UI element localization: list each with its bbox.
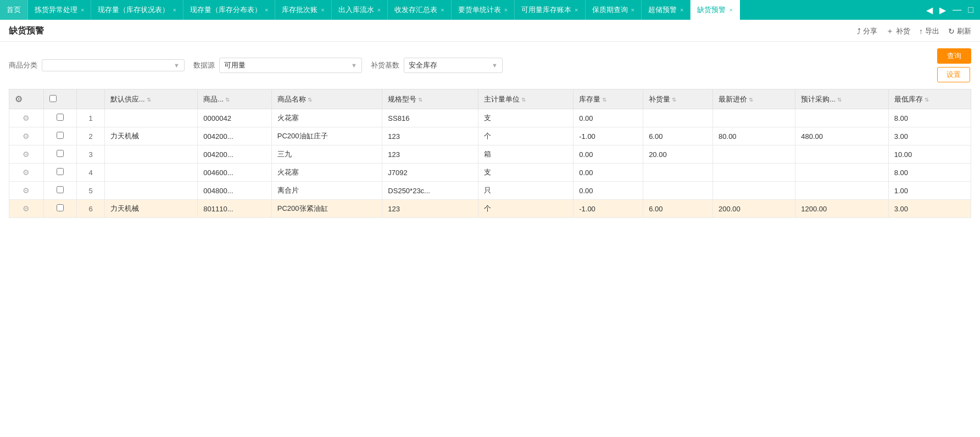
col-label-stock_qty: 库存量: [579, 95, 600, 103]
nav-minimize-icon[interactable]: —: [950, 4, 964, 16]
nav-item-label-inventory-dist: 现存量（库存分布表）: [190, 5, 261, 15]
datasource-select[interactable]: 可用量 ▼: [219, 58, 362, 73]
nav-item-available-ledger[interactable]: 可用量库存账本×: [515, 0, 585, 20]
nav-item-label-batch-account: 库存批次账: [282, 5, 318, 15]
replenish-qty-cell: [643, 164, 713, 182]
nav-next-icon[interactable]: ▶: [937, 4, 948, 16]
product-code-cell: 004200...: [198, 127, 271, 145]
nav-item-inout-flow[interactable]: 出入库流水×: [332, 0, 388, 20]
sort-icon-product_code: ⇅: [225, 97, 230, 103]
nav-item-close-demand-stat[interactable]: ×: [504, 7, 508, 13]
row-checkbox-4[interactable]: [57, 186, 64, 193]
nav-item-label-demand-stat: 要货单统计表: [458, 5, 501, 15]
col-header-spec[interactable]: 规格型号⇅: [382, 89, 478, 109]
share-button[interactable]: ⤴ 分享: [857, 26, 877, 36]
nav-item-abnormal[interactable]: 拣货异常处理×: [28, 0, 91, 20]
row-settings-cell[interactable]: ⚙: [9, 182, 44, 200]
row-gear-icon[interactable]: ⚙: [23, 150, 30, 159]
col-header-replenish_qty[interactable]: 补货量⇅: [643, 89, 713, 109]
product-name-cell: 离合片: [271, 182, 382, 200]
query-button[interactable]: 查询: [937, 48, 971, 64]
export-button[interactable]: ↑ 导出: [919, 26, 939, 36]
nav-prev-icon[interactable]: ◀: [924, 4, 935, 16]
row-checkbox-cell[interactable]: [43, 200, 77, 218]
row-gear-icon[interactable]: ⚙: [23, 168, 30, 177]
nav-item-home[interactable]: 首页: [0, 0, 28, 20]
replenish-base-select[interactable]: 安全库存 ▼: [404, 58, 503, 73]
row-checkbox-5[interactable]: [57, 204, 64, 211]
row-checkbox-cell[interactable]: [43, 145, 77, 164]
nav-item-inventory-dist[interactable]: 现存量（库存分布表）×: [183, 0, 275, 20]
row-gear-icon[interactable]: ⚙: [23, 114, 30, 122]
row-checkbox-cell[interactable]: [43, 164, 77, 182]
refresh-button[interactable]: ↻ 刷新: [948, 26, 971, 36]
col-header-unit[interactable]: 主计量单位⇅: [478, 89, 573, 109]
row-gear-icon[interactable]: ⚙: [23, 204, 30, 213]
col-header-product_name[interactable]: 商品名称⇅: [271, 89, 382, 109]
row-number: 3: [77, 145, 104, 164]
row-checkbox-cell[interactable]: [43, 109, 77, 127]
settings-button[interactable]: 设置: [937, 67, 970, 82]
nav-item-close-abnormal[interactable]: ×: [81, 7, 84, 13]
replenish-button[interactable]: ＋ 补货: [886, 26, 910, 36]
nav-item-close-inventory-dist[interactable]: ×: [265, 7, 268, 13]
category-select[interactable]: ▼: [42, 59, 185, 71]
col-header-est_purchase[interactable]: 预计采购...⇅: [795, 89, 889, 109]
nav-item-expiry-query[interactable]: 保质期查询×: [586, 0, 642, 20]
row-settings-cell[interactable]: ⚙: [9, 164, 44, 182]
row-checkbox-2[interactable]: [57, 150, 64, 157]
row-settings-cell[interactable]: ⚙: [9, 200, 44, 218]
min-stock-cell: 3.00: [888, 200, 971, 218]
sort-icon-product_name: ⇅: [308, 97, 312, 103]
min-stock-cell: 8.00: [888, 164, 971, 182]
export-label: 导出: [925, 26, 939, 36]
row-gear-icon[interactable]: ⚙: [23, 186, 30, 195]
col-header-stock_qty[interactable]: 库存量⇅: [573, 89, 643, 109]
nav-item-close-batch-account[interactable]: ×: [321, 7, 324, 13]
datasource-filter-group: 数据源 可用量 ▼: [193, 58, 362, 73]
min-stock-cell: 3.00: [888, 127, 971, 145]
row-settings-cell[interactable]: ⚙: [9, 145, 44, 164]
table-container: ⚙默认供应...⇅商品...⇅商品名称⇅规格型号⇅主计量单位⇅库存量⇅补货量⇅最…: [0, 89, 980, 218]
nav-item-close-shortage[interactable]: ×: [729, 7, 732, 13]
gear-icon[interactable]: ⚙: [15, 94, 23, 104]
col-header-settings: ⚙: [9, 89, 44, 109]
refresh-label: 刷新: [957, 26, 971, 36]
unit-cell: 个: [478, 200, 573, 218]
nav-maximize-icon[interactable]: □: [966, 4, 976, 16]
nav-item-label-abnormal: 拣货异常处理: [35, 5, 77, 15]
nav-item-batch-account[interactable]: 库存批次账×: [275, 0, 331, 20]
select-all-checkbox[interactable]: [49, 95, 57, 102]
row-settings-cell[interactable]: ⚙: [9, 109, 44, 127]
nav-item-close-inout-flow[interactable]: ×: [377, 7, 381, 13]
row-checkbox-cell[interactable]: [43, 182, 77, 200]
page-title: 缺货预警: [9, 25, 44, 37]
row-settings-cell[interactable]: ⚙: [9, 127, 44, 145]
product-name-cell: PC200油缸庄子: [271, 127, 382, 145]
row-checkbox-cell[interactable]: [43, 127, 77, 145]
est-purchase-cell: [795, 109, 889, 127]
default-supplier-cell: [104, 164, 198, 182]
nav-item-shortage[interactable]: 缺货预警×: [691, 0, 739, 20]
nav-item-close-recv-summary[interactable]: ×: [441, 7, 444, 13]
col-header-min_stock[interactable]: 最低库存⇅: [888, 89, 971, 109]
row-checkbox-1[interactable]: [57, 132, 64, 139]
col-header-product_code[interactable]: 商品...⇅: [198, 89, 271, 109]
nav-item-overstock[interactable]: 超储预警×: [642, 0, 691, 20]
nav-item-recv-summary[interactable]: 收发存汇总表×: [388, 0, 451, 20]
row-checkbox-3[interactable]: [57, 168, 64, 175]
row-checkbox-0[interactable]: [57, 114, 64, 121]
latest-price-cell: 80.00: [713, 127, 795, 145]
nav-item-inventory-status[interactable]: 现存量（库存状况表）×: [91, 0, 183, 20]
nav-item-close-expiry-query[interactable]: ×: [631, 7, 634, 13]
nav-item-label-available-ledger: 可用量库存账本: [521, 5, 571, 15]
nav-item-close-overstock[interactable]: ×: [680, 7, 683, 13]
col-header-latest_price[interactable]: 最新进价⇅: [713, 89, 795, 109]
nav-item-close-inventory-status[interactable]: ×: [172, 7, 176, 13]
category-filter-group: 商品分类 ▼: [9, 59, 185, 71]
row-gear-icon[interactable]: ⚙: [23, 132, 30, 141]
nav-item-demand-stat[interactable]: 要货单统计表×: [452, 0, 515, 20]
nav-item-close-available-ledger[interactable]: ×: [575, 7, 578, 13]
col-header-default_supplier[interactable]: 默认供应...⇅: [104, 89, 198, 109]
stock-qty-cell: -1.00: [573, 127, 643, 145]
